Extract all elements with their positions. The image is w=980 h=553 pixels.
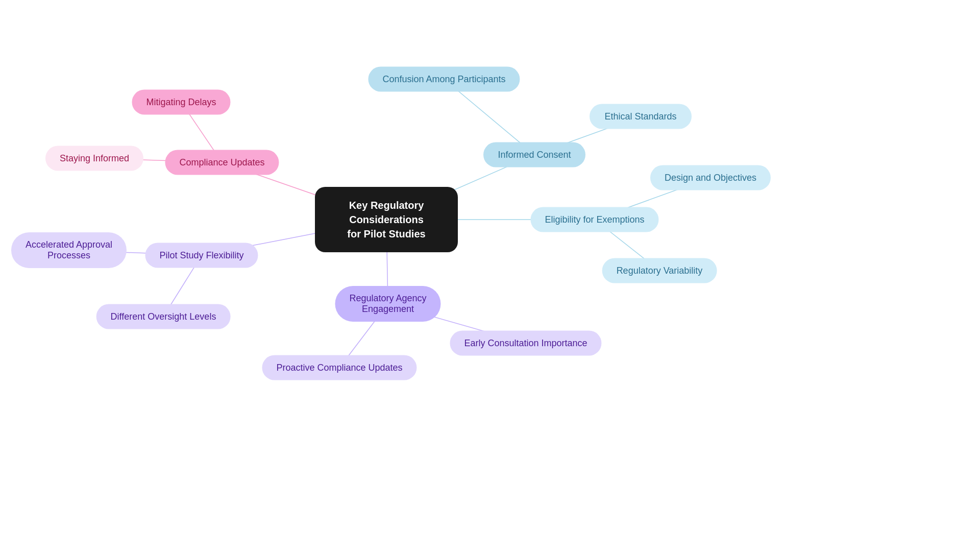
center-node[interactable]: Key Regulatory Considerationsfor Pilot S…	[315, 187, 458, 252]
staying-informed-node[interactable]: Staying Informed	[45, 146, 143, 171]
different-oversight-node[interactable]: Different Oversight Levels	[96, 304, 231, 329]
compliance-updates-node[interactable]: Compliance Updates	[165, 150, 279, 175]
ethical-standards-node[interactable]: Ethical Standards	[590, 104, 692, 129]
regulatory-agency-engagement-node[interactable]: Regulatory AgencyEngagement	[335, 286, 440, 322]
regulatory-variability-node[interactable]: Regulatory Variability	[602, 258, 717, 283]
early-consultation-node[interactable]: Early Consultation Importance	[450, 331, 601, 356]
proactive-compliance-node[interactable]: Proactive Compliance Updates	[262, 355, 416, 380]
mitigating-delays-node[interactable]: Mitigating Delays	[132, 90, 230, 115]
pilot-study-flexibility-node[interactable]: Pilot Study Flexibility	[145, 243, 258, 268]
confusion-participants-node[interactable]: Confusion Among Participants	[368, 67, 520, 92]
design-objectives-node[interactable]: Design and Objectives	[650, 165, 771, 190]
eligibility-exemptions-node[interactable]: Eligibility for Exemptions	[530, 207, 658, 232]
accelerated-approval-node[interactable]: Accelerated ApprovalProcesses	[11, 232, 127, 268]
informed-consent-node[interactable]: Informed Consent	[483, 142, 585, 167]
